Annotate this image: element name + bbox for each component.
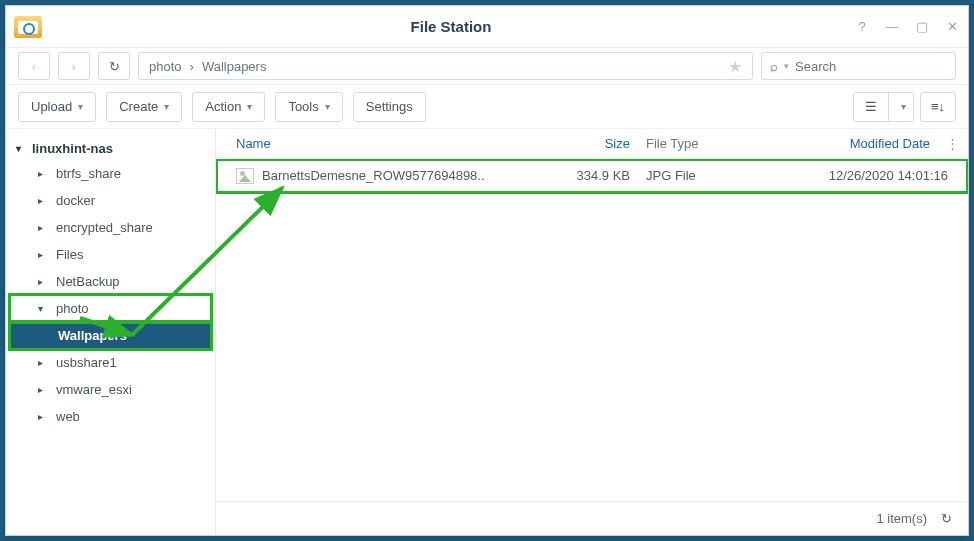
column-options-button[interactable]: ⋮ [938, 136, 956, 151]
column-headers: Name Size File Type Modified Date ⋮ [216, 129, 968, 159]
item-count: 1 item(s) [876, 511, 927, 526]
breadcrumb-separator: › [190, 59, 194, 74]
minimize-button[interactable]: — [884, 19, 900, 35]
expand-icon: ▾ [16, 143, 26, 154]
tree-item-photo[interactable]: ▾photo [10, 295, 211, 322]
favorite-star-icon[interactable]: ★ [728, 57, 742, 76]
search-dropdown-icon[interactable]: ▾ [784, 61, 789, 71]
folder-tree: ▾ linuxhint-nas ▸btrfs_share▸docker▸encr… [6, 129, 216, 535]
tree-item-vmware-esxi[interactable]: ▸vmware_esxi [10, 376, 211, 403]
expand-icon: ▸ [38, 276, 48, 287]
expand-icon: ▸ [38, 195, 48, 206]
toolbar: Upload▾ Create▾ Action▾ Tools▾ Settings … [6, 84, 968, 128]
column-name[interactable]: Name [228, 136, 548, 151]
tree-item-usbshare1[interactable]: ▸usbshare1 [10, 349, 211, 376]
tree-item-label: Wallpapers [58, 328, 127, 343]
file-type: JPG File [638, 168, 758, 183]
caret-down-icon: ▾ [78, 101, 83, 112]
expand-icon: ▸ [38, 168, 48, 179]
app-icon [14, 16, 42, 38]
tree-item-label: photo [56, 301, 89, 316]
search-icon: ⌕ [770, 59, 778, 74]
tree-item-netbackup[interactable]: ▸NetBackup [10, 268, 211, 295]
file-name: BarnettsDemesne_ROW9577694898.. [262, 168, 485, 183]
sort-button[interactable]: ≡↓ [920, 92, 956, 122]
tree-item-btrfs-share[interactable]: ▸btrfs_share [10, 160, 211, 187]
tree-item-label: btrfs_share [56, 166, 121, 181]
tree-item-files[interactable]: ▸Files [10, 241, 211, 268]
maximize-button[interactable]: ▢ [914, 19, 930, 35]
help-button[interactable]: ? [854, 19, 870, 35]
caret-down-icon: ▾ [325, 101, 330, 112]
nav-back-button[interactable]: ‹ [18, 52, 50, 80]
expand-icon: ▸ [38, 384, 48, 395]
tree-item-label: vmware_esxi [56, 382, 132, 397]
tools-button[interactable]: Tools▾ [275, 92, 342, 122]
expand-icon: ▸ [38, 357, 48, 368]
view-list-button[interactable]: ☰ [853, 92, 889, 122]
file-row[interactable]: BarnettsDemesne_ROW9577694898..334.9 KBJ… [216, 159, 968, 193]
status-bar: 1 item(s) ↻ [216, 501, 968, 535]
tree-item-label: encrypted_share [56, 220, 153, 235]
search-input[interactable] [795, 59, 947, 74]
column-size[interactable]: Size [548, 136, 638, 151]
reload-button[interactable]: ↻ [941, 511, 952, 526]
close-button[interactable]: ✕ [944, 19, 960, 35]
nav-forward-button[interactable]: › [58, 52, 90, 80]
expand-icon: ▸ [38, 411, 48, 422]
action-button[interactable]: Action▾ [192, 92, 265, 122]
view-options-button[interactable]: ▾ [888, 92, 914, 122]
tree-item-label: Files [56, 247, 83, 262]
tree-item-wallpapers[interactable]: Wallpapers [10, 322, 211, 349]
tree-item-docker[interactable]: ▸docker [10, 187, 211, 214]
column-modified-date[interactable]: Modified Date [758, 136, 938, 151]
breadcrumb-bar[interactable]: photo › Wallpapers ★ [138, 52, 753, 80]
caret-down-icon: ▾ [247, 101, 252, 112]
column-type[interactable]: File Type [638, 136, 758, 151]
tree-item-label: NetBackup [56, 274, 120, 289]
image-thumbnail-icon [236, 168, 254, 184]
tree-item-label: usbshare1 [56, 355, 117, 370]
upload-button[interactable]: Upload▾ [18, 92, 96, 122]
refresh-button[interactable]: ↻ [98, 52, 130, 80]
file-modified-date: 12/26/2020 14:01:16 [758, 168, 956, 183]
search-box[interactable]: ⌕ ▾ [761, 52, 956, 80]
expand-icon: ▸ [38, 249, 48, 260]
create-button[interactable]: Create▾ [106, 92, 182, 122]
tree-root[interactable]: ▾ linuxhint-nas [10, 137, 211, 160]
breadcrumb-segment[interactable]: photo [149, 59, 182, 74]
window-title: File Station [48, 18, 854, 35]
tree-item-web[interactable]: ▸web [10, 403, 211, 430]
file-size: 334.9 KB [548, 168, 638, 183]
expand-icon: ▾ [38, 303, 48, 314]
tree-item-label: web [56, 409, 80, 424]
caret-down-icon: ▾ [164, 101, 169, 112]
file-list-pane: Name Size File Type Modified Date ⋮ Barn… [216, 129, 968, 535]
tree-item-label: docker [56, 193, 95, 208]
navigation-bar: ‹ › ↻ photo › Wallpapers ★ ⌕ ▾ [6, 48, 968, 84]
expand-icon: ▸ [38, 222, 48, 233]
breadcrumb-segment[interactable]: Wallpapers [202, 59, 267, 74]
titlebar: File Station ? — ▢ ✕ [6, 6, 968, 48]
settings-button[interactable]: Settings [353, 92, 426, 122]
caret-down-icon: ▾ [901, 101, 906, 112]
tree-item-encrypted-share[interactable]: ▸encrypted_share [10, 214, 211, 241]
